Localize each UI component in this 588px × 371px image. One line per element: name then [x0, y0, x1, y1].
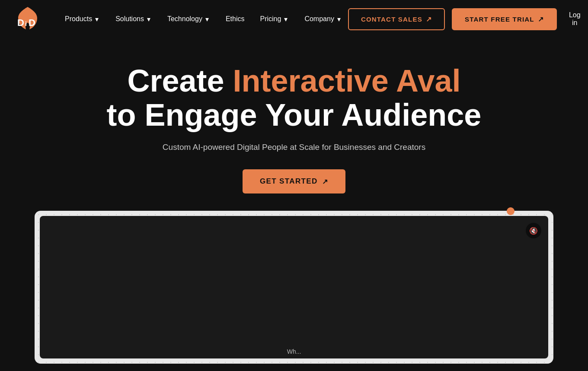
- video-frame: 🔇 Wh...: [35, 211, 553, 364]
- logo[interactable]: D D i: [14, 5, 42, 33]
- arrow-icon: ↗: [538, 15, 544, 23]
- nav-item-technology[interactable]: Technology ▾: [161, 12, 216, 26]
- chevron-down-icon: ▾: [204, 16, 210, 22]
- contact-sales-button[interactable]: CONTACT SALES ↗: [348, 8, 445, 30]
- chevron-down-icon: ▾: [283, 16, 289, 22]
- arrow-icon: ↗: [426, 15, 432, 23]
- svg-text:D: D: [29, 17, 35, 28]
- chevron-down-icon: ▾: [94, 16, 100, 22]
- arrow-icon: ↗: [322, 178, 328, 186]
- nav-ctas: CONTACT SALES ↗ START FREE TRIAL ↗ Log i…: [348, 8, 586, 30]
- chevron-down-icon: ▾: [146, 16, 152, 22]
- get-started-button[interactable]: GET STARTED ↗: [243, 169, 345, 193]
- mute-button[interactable]: 🔇: [526, 223, 541, 238]
- login-button[interactable]: Log in: [564, 8, 586, 30]
- hero-headline: Create Interactive Aval to Engage Your A…: [17, 64, 571, 132]
- subtitle-text: Wh...: [284, 345, 305, 358]
- nav-item-ethics[interactable]: Ethics: [220, 12, 251, 26]
- video-preview-container: 🔇 Wh...: [35, 211, 553, 364]
- logo-svg: D D i: [14, 5, 42, 33]
- video-inner: 🔇 Wh...: [40, 216, 548, 358]
- hero-subtext: Custom AI-powered Digital People at Scal…: [17, 143, 571, 152]
- hero-section: Create Interactive Aval to Engage Your A…: [0, 38, 588, 371]
- nav-links: Products ▾ Solutions ▾ Technology ▾ Ethi…: [59, 12, 348, 26]
- svg-text:D: D: [17, 17, 24, 28]
- mute-icon: 🔇: [529, 227, 538, 235]
- nav-item-solutions[interactable]: Solutions ▾: [109, 12, 158, 26]
- nav-item-company[interactable]: Company ▾: [298, 12, 348, 26]
- video-subtitle-bar: Wh...: [40, 333, 548, 358]
- nav-item-products[interactable]: Products ▾: [59, 12, 106, 26]
- nav-item-pricing[interactable]: Pricing ▾: [254, 12, 295, 26]
- decorative-dot-orange-2: [507, 207, 514, 215]
- svg-text:i: i: [25, 20, 27, 27]
- chevron-down-icon: ▾: [336, 16, 342, 22]
- start-free-trial-button[interactable]: START FREE TRIAL ↗: [452, 8, 557, 30]
- navbar: D D i Products ▾ Solutions ▾ Technology …: [0, 0, 588, 38]
